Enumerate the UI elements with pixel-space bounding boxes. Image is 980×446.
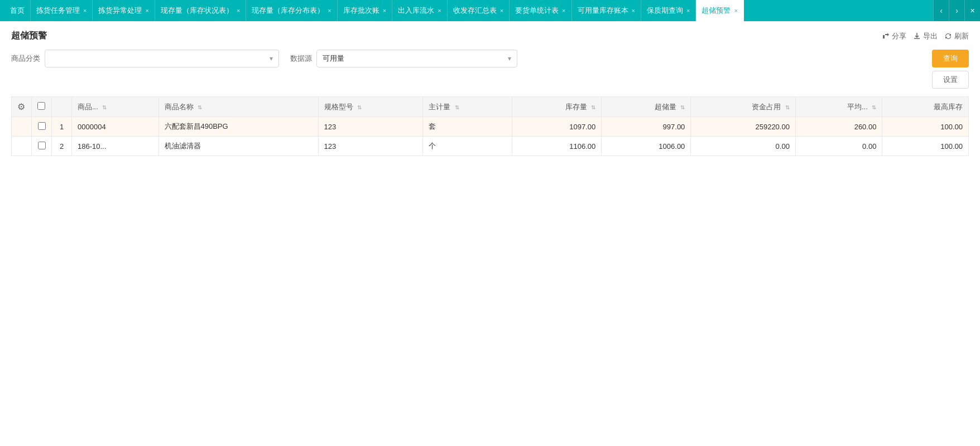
sort-spec-icon[interactable]: ⇅: [357, 104, 362, 110]
nav-arrow-right[interactable]: ›: [949, 0, 964, 21]
sort-stock-icon[interactable]: ⇅: [591, 104, 595, 110]
page-title: 超储预警: [11, 30, 47, 42]
td-max-stock-0: 100.00: [882, 117, 969, 137]
td-stock-1: 1106.00: [512, 137, 602, 156]
td-settings-0: [12, 117, 32, 137]
td-capital-0: 259220.00: [691, 117, 796, 137]
th-max-stock[interactable]: 最高库存: [882, 97, 969, 117]
nav-tab-task-mgmt[interactable]: 拣货任务管理 ×: [31, 0, 93, 21]
row-checkbox-1[interactable]: [38, 142, 46, 149]
sort-avg-icon[interactable]: ⇅: [872, 104, 876, 110]
td-product-name-1: 机油滤清器: [158, 137, 318, 156]
td-capital-1: 0.00: [691, 137, 796, 156]
sort-capital-icon[interactable]: ⇅: [785, 104, 790, 110]
nav-tab-available-close[interactable]: ×: [632, 7, 635, 14]
nav-tab-overstock[interactable]: 超储预警 ×: [696, 0, 743, 21]
th-spec[interactable]: 规格型号 ⇅: [318, 97, 423, 117]
td-product-code-1: 186-10...: [72, 137, 159, 156]
nav-tab-abnormal-close[interactable]: ×: [145, 7, 148, 14]
nav-tab-inv-status[interactable]: 现存量（库存状况表） ×: [155, 0, 246, 21]
nav-tab-order-stat[interactable]: 要货单统计表 ×: [510, 0, 571, 21]
nav-tab-overstock-close[interactable]: ×: [734, 7, 737, 14]
datasource-select[interactable]: 可用量 ▾: [316, 50, 517, 67]
refresh-icon: [944, 32, 952, 40]
td-max-stock-1: 100.00: [882, 137, 969, 156]
nav-tab-inv-dist-close[interactable]: ×: [328, 7, 331, 14]
nav-arrow-close[interactable]: ×: [964, 0, 980, 21]
td-row-num-0: 1: [52, 117, 72, 137]
nav-tab-batch[interactable]: 库存批次账 ×: [338, 0, 392, 21]
nav-tab-quality[interactable]: 保质期查询 ×: [641, 0, 696, 21]
nav-tab-home[interactable]: 首页: [4, 0, 31, 21]
nav-arrow-left[interactable]: ‹: [933, 0, 949, 21]
th-overstock[interactable]: 超储量 ⇅: [602, 97, 691, 117]
nav-tab-quality-close[interactable]: ×: [686, 7, 690, 14]
table-header-row: ⚙ 商品... ⇅ 商品名称 ⇅ 规格型号 ⇅: [12, 97, 969, 117]
td-overstock-1: 1006.00: [602, 137, 691, 156]
query-button[interactable]: 查询: [932, 50, 969, 67]
td-checkbox-0[interactable]: [32, 117, 52, 137]
td-settings-1: [12, 137, 32, 156]
filter-row: 商品分类 ▾ 数据源 可用量 ▾: [11, 50, 923, 67]
nav-arrows: ‹ › ×: [933, 0, 980, 21]
nav-tab-batch-label: 库存批次账: [343, 6, 379, 16]
th-product-code-label: 商品...: [78, 103, 98, 111]
nav-tab-order-stat-close[interactable]: ×: [562, 7, 565, 14]
th-spec-label: 规格型号: [324, 103, 353, 111]
th-avg[interactable]: 平均... ⇅: [795, 97, 882, 117]
th-stock-label: 库存量: [565, 103, 587, 111]
filter-actions: 查询 设置: [932, 50, 969, 89]
sort-product-code-icon[interactable]: ⇅: [102, 104, 107, 110]
th-row-num: [52, 97, 72, 117]
nav-tab-inv-status-close[interactable]: ×: [237, 7, 240, 14]
nav-tab-flow[interactable]: 出入库流水 ×: [392, 0, 447, 21]
nav-tab-available[interactable]: 可用量库存账本 ×: [572, 0, 641, 21]
export-icon: [913, 32, 921, 40]
data-table: ⚙ 商品... ⇅ 商品名称 ⇅ 规格型号 ⇅: [11, 96, 969, 156]
th-unit-label: 主计量: [429, 103, 450, 111]
sort-unit-icon[interactable]: ⇅: [455, 104, 459, 110]
sort-product-name-icon[interactable]: ⇅: [198, 104, 202, 110]
td-avg-1: 0.00: [795, 137, 882, 156]
nav-tab-available-label: 可用量库存账本: [578, 6, 628, 16]
sort-overstock-icon[interactable]: ⇅: [680, 104, 685, 110]
table-row: 1 0000004 六配套新昌490BPG 123 套 1097.00 997.…: [12, 117, 969, 137]
table-body: 1 0000004 六配套新昌490BPG 123 套 1097.00 997.…: [12, 117, 969, 156]
td-product-name-0: 六配套新昌490BPG: [158, 117, 318, 137]
nav-tab-inv-status-label: 现存量（库存状况表）: [161, 6, 233, 16]
td-checkbox-1[interactable]: [32, 137, 52, 156]
th-checkbox[interactable]: [32, 97, 52, 117]
nav-tab-abnormal[interactable]: 拣货异常处理 ×: [93, 0, 155, 21]
nav-tab-task-mgmt-label: 拣货任务管理: [36, 6, 80, 16]
select-all-checkbox[interactable]: [37, 102, 45, 110]
th-capital-label: 资金占用: [752, 103, 781, 111]
th-capital[interactable]: 资金占用 ⇅: [691, 97, 796, 117]
th-overstock-label: 超储量: [655, 103, 676, 111]
nav-tab-inv-dist[interactable]: 现存量（库存分布表） ×: [246, 0, 337, 21]
nav-tab-flow-close[interactable]: ×: [438, 7, 441, 14]
nav-tab-inv-dist-label: 现存量（库存分布表）: [252, 6, 324, 16]
td-stock-0: 1097.00: [512, 117, 602, 137]
th-stock[interactable]: 库存量 ⇅: [512, 97, 602, 117]
th-unit[interactable]: 主计量 ⇅: [423, 97, 512, 117]
row-checkbox-0[interactable]: [38, 122, 46, 130]
nav-tab-receipt[interactable]: 收发存汇总表 ×: [448, 0, 510, 21]
export-button[interactable]: 导出: [913, 31, 938, 41]
th-product-code[interactable]: 商品... ⇅: [72, 97, 159, 117]
td-spec-0: 123: [318, 117, 423, 137]
settings-button[interactable]: 设置: [932, 71, 969, 89]
nav-tab-flow-label: 出入库流水: [398, 6, 434, 16]
refresh-button[interactable]: 刷新: [944, 31, 969, 41]
category-select[interactable]: ▾: [45, 50, 279, 67]
nav-tab-receipt-close[interactable]: ×: [500, 7, 503, 14]
nav-tab-batch-close[interactable]: ×: [383, 7, 386, 14]
page-content: 超储预警 分享 导出 刷新: [0, 21, 980, 165]
share-button[interactable]: 分享: [882, 31, 906, 41]
top-nav: 首页 拣货任务管理 × 拣货异常处理 × 现存量（库存状况表） × 现存量（库存…: [0, 0, 980, 21]
th-product-name[interactable]: 商品名称 ⇅: [158, 97, 318, 117]
gear-icon[interactable]: ⚙: [17, 102, 25, 112]
th-settings[interactable]: ⚙: [12, 97, 32, 117]
nav-tab-task-mgmt-close[interactable]: ×: [83, 7, 87, 14]
td-unit-0: 套: [423, 117, 512, 137]
td-spec-1: 123: [318, 137, 423, 156]
